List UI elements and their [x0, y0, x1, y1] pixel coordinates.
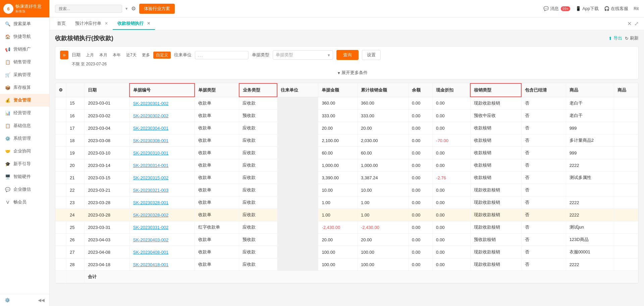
cell-doc-no[interactable]: SK-20230321-003 — [129, 184, 195, 196]
sidebar-item-quick-nav[interactable]: 🏠 快捷导航 — [0, 30, 49, 43]
vip-icon: V — [5, 199, 11, 205]
cell-doc-no[interactable]: SK-20230301-002 — [129, 97, 195, 110]
cell-gear[interactable] — [55, 159, 66, 172]
filter-query-button[interactable]: 查询 — [336, 50, 359, 60]
tab-expand-icon[interactable]: ⤢ — [634, 20, 639, 27]
topbar-dropdown-arrow[interactable]: ▾ — [125, 6, 128, 11]
topbar-search-input[interactable] — [55, 5, 122, 13]
tab-collection-close[interactable]: ✕ — [147, 21, 150, 26]
cell-doc-no[interactable]: SK-20230403-002 — [129, 234, 195, 246]
sidebar-item-finance[interactable]: 💰 资金管理 — [0, 94, 49, 107]
cell-gear[interactable] — [55, 234, 66, 246]
cell-gear[interactable] — [55, 246, 66, 258]
filter-settings-button[interactable]: 设置 — [362, 50, 381, 60]
sidebar-item-purchase[interactable]: 🛒 采购管理 — [0, 68, 49, 81]
th-goods[interactable]: 商品 — [566, 83, 614, 97]
cell-gear[interactable] — [55, 196, 66, 209]
cell-doc-no[interactable]: SK-20230314-001 — [129, 159, 195, 172]
tab-payable-close[interactable]: ✕ — [105, 21, 108, 26]
filter-date-7days[interactable]: 近7天 — [124, 52, 139, 59]
sidebar-item-vip[interactable]: V 畅会员 — [0, 196, 49, 208]
main-content: ▾ ⚙ 体验行业方案 💬 消息 99+ 📱 App下载 🎧 在线客服 Rit 首… — [50, 0, 644, 306]
cell-doc-no[interactable]: SK-20230331-002 — [129, 221, 195, 234]
filter-date-last-month[interactable]: 上月 — [84, 52, 96, 59]
filter-date-this-month[interactable]: 本月 — [97, 52, 109, 59]
cell-doc-no[interactable]: SK-20230302-002 — [129, 110, 195, 122]
table-row: 25 2023-03-31 SK-20230331-002 红字收款单 应收款 … — [55, 221, 638, 234]
export-button[interactable]: ⬆ 导出 — [608, 35, 622, 41]
th-verified[interactable]: 累计核销金额 — [357, 83, 408, 97]
sidebar-item-sales[interactable]: 📋 销售管理 — [0, 56, 49, 68]
th-doc-no[interactable]: 单据编号 — [129, 83, 195, 97]
topbar-messages[interactable]: 💬 消息 99+ — [543, 6, 571, 12]
cell-gear[interactable] — [55, 122, 66, 134]
sidebar-item-guide[interactable]: 🎓 新手引导 — [0, 158, 49, 170]
cell-doc-no[interactable]: SK-20230328-001 — [129, 196, 195, 209]
cell-gear[interactable] — [55, 97, 66, 110]
th-amount[interactable]: 单据金额 — [318, 83, 358, 97]
tab-home[interactable]: 首页 — [52, 17, 70, 30]
sidebar-item-system[interactable]: ⚙️ 系统管理 — [0, 132, 49, 145]
tab-payable[interactable]: 预计冲应付单 ✕ — [70, 17, 113, 30]
filter-doc-type-select[interactable]: 单据类型 ▾ — [273, 50, 333, 60]
filter-date-more[interactable]: 更多 — [140, 52, 152, 59]
sidebar-item-inventory[interactable]: 📦 库存核算 — [0, 81, 49, 94]
filter-toggle-button[interactable]: » — [60, 51, 68, 59]
th-verify-type[interactable]: 核销类型 — [470, 83, 521, 97]
sidebar-item-basic[interactable]: 📋 基础信息 — [0, 119, 49, 132]
th-biz-type[interactable]: 业务类型 — [239, 83, 277, 97]
sidebar-item-search-menu[interactable]: 🔍 搜索菜单 — [0, 17, 49, 30]
sidebar-item-wechat[interactable]: 💬 企业微信 — [0, 183, 49, 196]
topbar-app-download[interactable]: 📱 App下载 — [576, 6, 599, 12]
topbar-user-label[interactable]: Rit — [634, 6, 639, 11]
cell-doc-no[interactable]: SK-20230315-002 — [129, 172, 195, 184]
topbar-online-service[interactable]: 🎧 在线客服 — [604, 6, 628, 12]
sidebar-item-hardware[interactable]: 🖥️ 智能硬件 — [0, 170, 49, 183]
th-partner[interactable]: 往来单位 — [277, 83, 318, 97]
cell-seq: 25 — [66, 221, 85, 234]
filter-date-this-year[interactable]: 本年 — [111, 52, 123, 59]
cell-doc-no[interactable]: SK-20230304-001 — [129, 122, 195, 134]
th-goods2[interactable]: 商品 — [614, 83, 638, 97]
cell-date: 2023-03-10 — [85, 147, 129, 159]
cell-doc-no[interactable]: SK-20230328-002 — [129, 209, 195, 221]
th-include-settled[interactable]: 包含已结清 — [521, 83, 566, 97]
cell-gear[interactable] — [55, 184, 66, 196]
th-balance[interactable]: 余额 — [408, 83, 432, 97]
cell-gear[interactable] — [55, 147, 66, 159]
th-discount[interactable]: 现金折扣 — [433, 83, 471, 97]
cell-gear[interactable] — [55, 134, 66, 147]
filter-expand-button[interactable]: ▾ 展开更多条件 — [338, 70, 368, 76]
th-doc-type[interactable]: 单据类型 — [195, 83, 239, 97]
filter-partner-input[interactable]: ... — [195, 51, 249, 59]
cell-doc-no[interactable]: SK-20230408-001 — [129, 246, 195, 258]
cell-gear[interactable] — [55, 110, 66, 122]
cell-discount: 0.00 — [433, 196, 471, 209]
cell-gear[interactable] — [55, 258, 66, 271]
cell-gear[interactable] — [55, 172, 66, 184]
topbar-gear-icon[interactable]: ⚙ — [131, 5, 136, 12]
cell-include-settled: 否 — [521, 159, 566, 172]
sidebar-collapse-icon[interactable]: ◀◀ — [38, 298, 45, 303]
topbar-industry-button[interactable]: 体验行业方案 — [139, 4, 175, 14]
filter-date-custom[interactable]: 自定义 — [153, 52, 171, 59]
th-date[interactable]: 日期 — [85, 83, 129, 97]
sidebar-settings-icon[interactable]: ⚙️ — [5, 298, 10, 303]
cell-doc-no[interactable]: SK-20230418-001 — [129, 258, 195, 271]
filter-row: 日期 上月 本月 本年 近7天 更多 自定义 往来单位 ... 单据类型 — [72, 50, 634, 60]
sidebar-item-marketing[interactable]: 📢 营销推广 — [0, 43, 49, 56]
sidebar-item-operation[interactable]: 📊 经营管理 — [0, 107, 49, 119]
cell-date: 2023-04-03 — [85, 234, 129, 246]
tab-collection[interactable]: 收款核销执行 ✕ — [113, 17, 155, 30]
cell-gear[interactable] — [55, 221, 66, 234]
refresh-button[interactable]: ↻ 刷新 — [625, 35, 639, 41]
tab-close-all-icon[interactable]: ✕ — [627, 20, 632, 27]
sidebar-item-enterprise[interactable]: 🤝 企业协同 — [0, 145, 49, 158]
table-row: 21 2023-03-15 SK-20230315-002 收款单 应收款 3,… — [55, 172, 638, 184]
cell-balance: 0.00 — [408, 258, 432, 271]
th-gear[interactable]: ⚙ — [55, 83, 66, 97]
page-header: 收款核销执行(按收款) ⬆ 导出 ↻ 刷新 — [55, 34, 639, 42]
cell-doc-no[interactable]: SK-20230310-001 — [129, 147, 195, 159]
cell-gear[interactable] — [55, 209, 66, 221]
cell-doc-no[interactable]: SK-20230308-001 — [129, 134, 195, 147]
